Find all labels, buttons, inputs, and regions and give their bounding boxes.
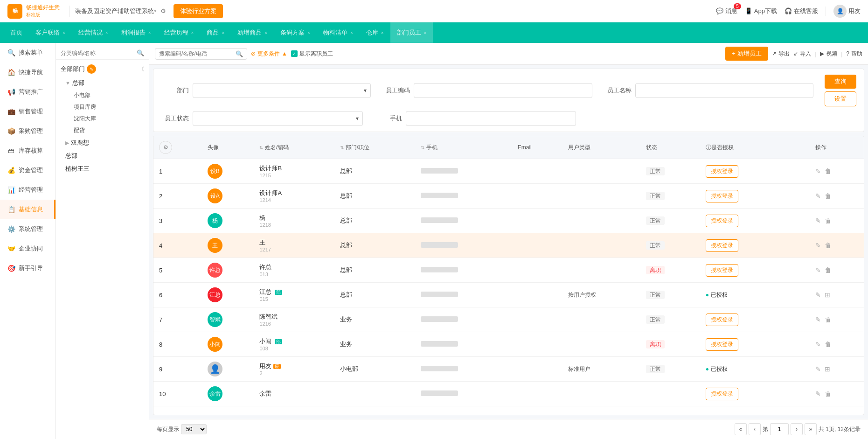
auth-button[interactable]: 授权登录 bbox=[706, 190, 738, 202]
sidebar-item-purchase[interactable]: 📦 采购管理 bbox=[0, 121, 56, 141]
dept-search-icon[interactable]: 🔍 bbox=[137, 49, 144, 56]
sidebar-item-guide[interactable]: 🎯 新手引导 bbox=[0, 258, 56, 278]
tab-profit[interactable]: 利润报告 × bbox=[115, 22, 158, 43]
dept-group-title-zongbu[interactable]: 总部 bbox=[61, 149, 149, 162]
search-icon[interactable]: 🔍 bbox=[236, 50, 243, 57]
edit-icon[interactable]: ✎ bbox=[815, 242, 821, 249]
show-resigned-checkbox[interactable]: ✓ 显示离职员工 bbox=[291, 50, 333, 58]
user-menu[interactable]: 👤 用友 bbox=[833, 5, 861, 18]
more-filter-button[interactable]: ⊘ 更多条件 ▲ bbox=[251, 50, 287, 58]
tab-barcode[interactable]: 条码方案 × bbox=[274, 22, 317, 43]
tab-customer[interactable]: 客户联络 × bbox=[29, 22, 72, 43]
delete-icon[interactable]: 🗑 bbox=[825, 217, 831, 224]
toolbar: 🔍 ⊘ 更多条件 ▲ ✓ 显示离职员工 + 新增员工 ↗ 导出 bbox=[149, 43, 868, 65]
edit-icon[interactable]: ✎ bbox=[815, 390, 821, 397]
search-input[interactable] bbox=[159, 50, 234, 57]
row-dept: 小电部 bbox=[334, 357, 415, 382]
view-button[interactable]: ▶ 视频 bbox=[820, 50, 837, 58]
dept-child-small-elec[interactable]: 小电部 bbox=[61, 90, 149, 101]
emp-code-input[interactable] bbox=[414, 83, 592, 98]
per-page-dropdown[interactable]: 50 100 200 bbox=[181, 424, 207, 434]
edit-icon[interactable]: ✎ bbox=[815, 217, 821, 224]
dept-edit-icon[interactable]: ✎ bbox=[87, 64, 96, 74]
last-page-button[interactable]: » bbox=[805, 423, 817, 435]
sidebar-item-sales[interactable]: 💼 销售管理 bbox=[0, 102, 56, 121]
emp-status-select[interactable]: ▾ bbox=[193, 111, 363, 126]
dept-group-title-head[interactable]: ▼ 总部 bbox=[61, 77, 149, 90]
tab-dept-staff[interactable]: 部门员工 × bbox=[390, 22, 433, 43]
copy-icon[interactable]: ⊞ bbox=[825, 365, 830, 373]
page-input[interactable] bbox=[770, 423, 789, 435]
tab-bom[interactable]: 物料清单 × bbox=[317, 22, 360, 43]
query-button[interactable]: 查询 bbox=[825, 75, 856, 89]
tab-home[interactable]: 首页 bbox=[4, 22, 29, 43]
delete-icon[interactable]: 🗑 bbox=[825, 266, 831, 274]
delete-icon[interactable]: 🗑 bbox=[825, 192, 831, 200]
tab-warehouse[interactable]: 仓库 × bbox=[360, 22, 390, 43]
sidebar-item-finance[interactable]: 💰 资金管理 bbox=[0, 160, 56, 180]
dept-search-input[interactable] bbox=[61, 50, 137, 56]
dept-child-shenyang[interactable]: 沈阳大库 bbox=[61, 113, 149, 125]
first-page-button[interactable]: « bbox=[735, 423, 747, 435]
dept-group-title-shuanglu[interactable]: ▶ 双鹿想 bbox=[61, 136, 149, 149]
sidebar-item-nav[interactable]: 🏠 快捷导航 bbox=[0, 63, 56, 82]
edit-icon[interactable]: ✎ bbox=[815, 341, 821, 348]
sidebar-item-inventory[interactable]: 🗃 库存核算 bbox=[0, 141, 56, 160]
next-page-button[interactable]: › bbox=[791, 423, 803, 435]
auth-button[interactable]: 授权登录 bbox=[706, 314, 738, 326]
auth-button[interactable]: 授权登录 bbox=[706, 165, 738, 178]
emp-name-input[interactable] bbox=[635, 83, 813, 98]
prev-page-button[interactable]: ‹ bbox=[749, 423, 761, 435]
delete-icon[interactable]: 🗑 bbox=[825, 167, 831, 175]
dept-collapse-icon[interactable]: 《 bbox=[139, 65, 144, 73]
th-phone[interactable]: ⇅ 手机 bbox=[415, 136, 512, 159]
edit-icon[interactable]: ✎ bbox=[815, 266, 821, 274]
delete-icon[interactable]: 🗑 bbox=[825, 390, 831, 397]
export-button[interactable]: ↗ 导出 bbox=[772, 50, 790, 58]
dept-child-project[interactable]: 项目库房 bbox=[61, 101, 149, 113]
sidebar-item-marketing[interactable]: 📢 营销推广 bbox=[0, 82, 56, 102]
add-employee-button[interactable]: + 新增员工 bbox=[725, 47, 768, 61]
auth-button[interactable]: 授权登录 bbox=[706, 264, 738, 277]
trial-button[interactable]: 体验行业方案 bbox=[174, 4, 223, 18]
edit-icon[interactable]: ✎ bbox=[815, 316, 821, 323]
phone-label: 手机 bbox=[374, 114, 402, 123]
delete-icon[interactable]: 🗑 bbox=[825, 316, 831, 323]
auth-button[interactable]: 授权登录 bbox=[706, 239, 738, 252]
dept-group-title-zhishu[interactable]: 植树王三 bbox=[61, 162, 149, 175]
all-dept-header[interactable]: 全部部门 ✎ 《 bbox=[56, 62, 149, 77]
help-button[interactable]: ? 帮助 bbox=[846, 50, 862, 58]
edit-icon[interactable]: ✎ bbox=[815, 365, 821, 373]
auth-button[interactable]: 授权登录 bbox=[706, 338, 738, 351]
dept-select[interactable]: ▾ bbox=[193, 83, 371, 98]
phone-input[interactable] bbox=[406, 111, 576, 126]
sidebar-item-business[interactable]: 📊 经营管理 bbox=[0, 180, 56, 200]
sidebar-item-collab[interactable]: 🤝 企业协同 bbox=[0, 239, 56, 258]
sidebar-item-basic[interactable]: 📋 基础信息 bbox=[0, 200, 56, 219]
edit-icon[interactable]: ✎ bbox=[815, 192, 821, 200]
tab-history[interactable]: 经营历程 × bbox=[158, 22, 201, 43]
tab-goods[interactable]: 商品 × bbox=[200, 22, 231, 43]
th-settings[interactable]: ⚙ bbox=[153, 136, 202, 159]
delete-icon[interactable]: 🗑 bbox=[825, 341, 831, 348]
edit-icon[interactable]: ✎ bbox=[815, 167, 821, 175]
online-service-button[interactable]: 🎧 在线客服 bbox=[785, 7, 818, 15]
messages-button[interactable]: 💬 消息 5 bbox=[716, 7, 737, 15]
auth-button[interactable]: 授权登录 bbox=[706, 215, 738, 227]
delete-icon[interactable]: 🗑 bbox=[825, 242, 831, 249]
th-name[interactable]: ⇅ 姓名/编码 bbox=[254, 136, 334, 159]
import-button[interactable]: ↙ 导入 bbox=[793, 50, 811, 58]
row-name: 陈智斌1216 bbox=[254, 307, 334, 332]
th-dept[interactable]: ⇅ 部门/职位 bbox=[334, 136, 415, 159]
sidebar-item-system[interactable]: ⚙️ 系统管理 bbox=[0, 219, 56, 239]
copy-icon[interactable]: ⊞ bbox=[825, 291, 830, 299]
set-button[interactable]: 设置 bbox=[825, 91, 856, 106]
auth-button[interactable]: 授权登录 bbox=[706, 388, 738, 400]
dept-child-distribution[interactable]: 配货 bbox=[61, 125, 149, 136]
tab-new-goods[interactable]: 新增商品 × bbox=[231, 22, 274, 43]
sidebar-item-search[interactable]: 🔍 搜索菜单 bbox=[0, 43, 56, 63]
app-download-button[interactable]: 📱 App下载 bbox=[745, 7, 777, 15]
tab-operation[interactable]: 经营情况 × bbox=[72, 22, 115, 43]
edit-icon[interactable]: ✎ bbox=[815, 291, 821, 299]
settings-icon[interactable]: ⚙ bbox=[157, 5, 170, 18]
